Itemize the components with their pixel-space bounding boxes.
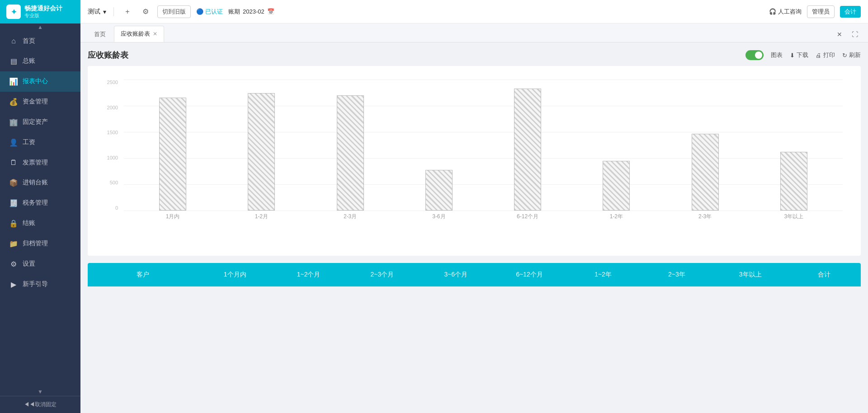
certified-badge: 🔵 已认证 bbox=[196, 8, 223, 16]
home-icon: ⌂ bbox=[9, 37, 18, 45]
print-button[interactable]: 🖨 打印 bbox=[816, 51, 835, 59]
company-settings-button[interactable]: ⚙ bbox=[139, 5, 152, 18]
col-1-2year: 1~2年 bbox=[566, 263, 640, 286]
bar-1month bbox=[128, 98, 217, 211]
col-6-12month: 6~12个月 bbox=[493, 263, 566, 286]
bar-1-2month bbox=[217, 93, 306, 211]
close-period-icon: 🔒 bbox=[9, 219, 18, 228]
guide-icon: ▶ bbox=[9, 280, 18, 289]
download-button[interactable]: ⬇ 下载 bbox=[790, 51, 808, 59]
reports-icon: 📊 bbox=[9, 77, 18, 86]
bar-value-1-2month bbox=[248, 93, 275, 211]
scroll-down-arrow[interactable]: ▼ bbox=[0, 388, 80, 396]
sidebar-item-invoice[interactable]: 🗒 发票管理 bbox=[0, 153, 80, 173]
sidebar-item-guide[interactable]: ▶ 新手引导 bbox=[0, 274, 80, 295]
bar-value-1month bbox=[159, 98, 186, 211]
accounting-period[interactable]: 账期 2023-02 📅 bbox=[228, 8, 274, 16]
bar-value-3-6month bbox=[425, 170, 453, 211]
manager-button[interactable]: 管理员 bbox=[807, 5, 835, 18]
sidebar-item-reports[interactable]: 📊 报表中心 bbox=[0, 71, 80, 92]
page-actions: 图表 ⬇ 下载 🖨 打印 ↻ 刷新 bbox=[745, 50, 861, 60]
dropdown-icon: ▾ bbox=[103, 8, 106, 15]
window-close-button[interactable]: ✕ bbox=[834, 28, 845, 40]
tab-ar-aging[interactable]: 应收账龄表 ✕ bbox=[114, 26, 164, 42]
company-selector[interactable]: 测试 ▾ bbox=[88, 8, 106, 16]
print-icon: 🖨 bbox=[816, 52, 821, 59]
bar-value-2-3year bbox=[692, 134, 719, 211]
bar-6-12month bbox=[483, 89, 572, 211]
bar-2-3month bbox=[306, 95, 395, 211]
bar-1-2year bbox=[572, 161, 660, 211]
chart-label: 图表 bbox=[771, 51, 783, 59]
logo-icon: ✦ bbox=[6, 5, 21, 19]
calendar-icon: 📅 bbox=[267, 8, 274, 15]
customer-service-button[interactable]: 🎧 人工咨询 bbox=[769, 8, 802, 16]
sidebar-item-home[interactable]: ⌂ 首页 bbox=[0, 31, 80, 51]
old-version-button[interactable]: 切到旧版 bbox=[157, 5, 191, 18]
main-content: 测试 ▾ + ⚙ 切到旧版 🔵 已认证 账期 2023-02 📅 🎧 人工咨询 … bbox=[80, 0, 868, 413]
window-expand-button[interactable]: ⛶ bbox=[849, 28, 861, 40]
topbar: 测试 ▾ + ⚙ 切到旧版 🔵 已认证 账期 2023-02 📅 🎧 人工咨询 … bbox=[80, 0, 868, 23]
col-total: 合计 bbox=[787, 263, 861, 286]
bars-container bbox=[124, 80, 843, 211]
bar-value-1-2year bbox=[603, 161, 630, 211]
col-2-3year: 2~3年 bbox=[640, 263, 713, 286]
scroll-up-arrow[interactable]: ▲ bbox=[0, 23, 80, 31]
x-axis: 1月内 1-2月 2-3月 3-6月 6-12个月 1-2年 2-3年 3年以上 bbox=[124, 213, 843, 221]
sidebar: ✦ 畅捷通好会计 专业版 ▲ ⌂ 首页 ▤ 总账 📊 报表中心 💰 资金管理 🏢… bbox=[0, 0, 80, 413]
col-customer: 客户 bbox=[88, 263, 198, 286]
bar-value-3plus-year bbox=[780, 152, 807, 211]
sidebar-item-assets[interactable]: 🏢 固定资产 bbox=[0, 112, 80, 132]
bar-3plus-year bbox=[750, 152, 838, 211]
sidebar-item-settings[interactable]: ⚙ 设置 bbox=[0, 254, 80, 274]
headphone-icon: 🎧 bbox=[769, 8, 776, 15]
tab-close-button[interactable]: ✕ bbox=[153, 31, 157, 37]
settings-icon: ⚙ bbox=[9, 260, 18, 268]
salary-icon: 👤 bbox=[9, 138, 18, 147]
page-content: 应收账龄表 图表 ⬇ 下载 🖨 打印 ↻ 刷新 bbox=[80, 42, 868, 413]
col-2-3month: 2~3个月 bbox=[345, 263, 419, 286]
sidebar-nav: ⌂ 首页 ▤ 总账 📊 报表中心 💰 资金管理 🏢 固定资产 👤 工资 🗒 发票… bbox=[0, 31, 80, 388]
sidebar-item-archive[interactable]: 📁 归档管理 bbox=[0, 234, 80, 254]
sidebar-item-sales[interactable]: 📦 进销台账 bbox=[0, 173, 80, 193]
sidebar-item-funds[interactable]: 💰 资金管理 bbox=[0, 92, 80, 112]
cancel-fixed-button[interactable]: ◀◀取消固定 bbox=[0, 396, 80, 413]
role-button[interactable]: 会计 bbox=[840, 6, 861, 18]
funds-icon: 💰 bbox=[9, 98, 18, 106]
col-3plus-year: 3年以上 bbox=[713, 263, 787, 286]
add-company-button[interactable]: + bbox=[121, 5, 134, 18]
refresh-icon: ↻ bbox=[842, 52, 847, 59]
bar-2-3year bbox=[661, 134, 750, 211]
col-3-6month: 3~6个月 bbox=[419, 263, 493, 286]
bar-3-6month bbox=[395, 170, 483, 211]
page-title: 应收账龄表 bbox=[88, 50, 128, 61]
divider-1 bbox=[113, 7, 114, 16]
topbar-right: 🎧 人工咨询 管理员 会计 bbox=[769, 5, 861, 18]
add-icon: + bbox=[125, 8, 129, 16]
logo-text: 畅捷通好会计 专业版 bbox=[24, 5, 62, 19]
chart-container: 0 500 1000 1500 2000 2500 bbox=[88, 66, 861, 256]
tabbar: 首页 应收账龄表 ✕ ✕ ⛶ bbox=[80, 23, 868, 42]
app-logo: ✦ 畅捷通好会计 专业版 bbox=[0, 0, 80, 23]
page-header: 应收账龄表 图表 ⬇ 下载 🖨 打印 ↻ 刷新 bbox=[88, 50, 861, 61]
download-icon: ⬇ bbox=[790, 52, 795, 59]
table-header: 客户 1个月内 1~2个月 2~3个月 3~6个月 6~12个月 1~2年 2~… bbox=[88, 263, 861, 286]
tax-icon: 🧾 bbox=[9, 199, 18, 207]
assets-icon: 🏢 bbox=[9, 118, 18, 127]
sidebar-item-ledger[interactable]: ▤ 总账 bbox=[0, 51, 80, 71]
bar-chart: 0 500 1000 1500 2000 2500 bbox=[97, 75, 852, 238]
invoice-icon: 🗒 bbox=[9, 159, 18, 167]
tab-home[interactable]: 首页 bbox=[88, 27, 112, 42]
ledger-icon: ▤ bbox=[9, 57, 18, 66]
col-1-2month: 1~2个月 bbox=[272, 263, 345, 286]
col-1month: 1个月内 bbox=[198, 263, 272, 286]
y-axis: 0 500 1000 1500 2000 2500 bbox=[97, 80, 122, 211]
sidebar-item-tax[interactable]: 🧾 税务管理 bbox=[0, 193, 80, 213]
gear-icon: ⚙ bbox=[142, 7, 149, 16]
tabbar-action-group: ✕ ⛶ bbox=[834, 28, 861, 42]
refresh-button[interactable]: ↻ 刷新 bbox=[842, 51, 861, 59]
sidebar-item-salary[interactable]: 👤 工资 bbox=[0, 132, 80, 153]
sidebar-item-close[interactable]: 🔒 结账 bbox=[0, 213, 80, 234]
chart-toggle[interactable] bbox=[745, 50, 764, 60]
bar-value-6-12month bbox=[514, 89, 541, 211]
